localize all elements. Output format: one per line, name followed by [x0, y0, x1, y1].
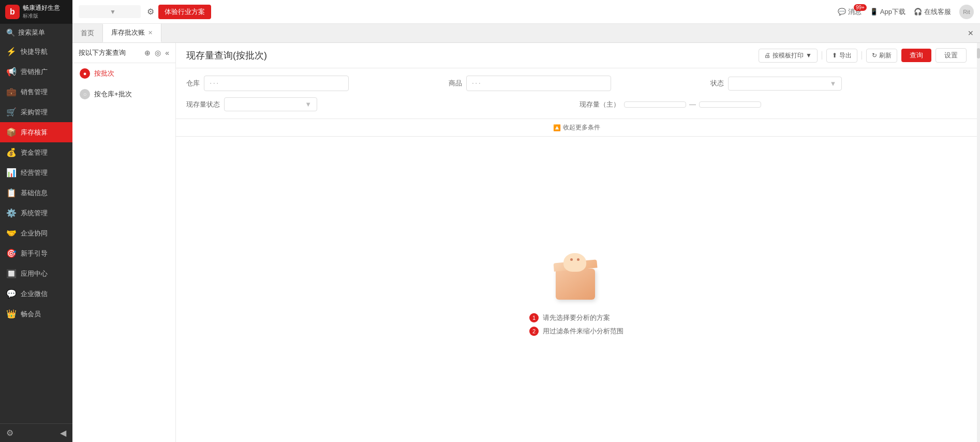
inventory-icon: 📦: [6, 127, 17, 137]
sidebar-item-sales[interactable]: 💼 销售管理: [0, 82, 72, 102]
sidebar-item-label: 资金管理: [21, 148, 48, 157]
sidebar-item-label: 快捷导航: [21, 47, 48, 56]
sidebar-item-label: 应用中心: [21, 269, 48, 278]
main-area: ▼ ⚙ 体验行业方案 💬 消息 99+ 📱 App下载 🎧 在线客服 Rit: [72, 0, 980, 442]
filter-panel-title: 按以下方案查询: [79, 48, 126, 57]
system-icon: ⚙️: [6, 208, 17, 218]
inventory-status-select[interactable]: ▼: [224, 97, 317, 111]
tab-bar: 首页 库存批次账 ✕ ✕: [72, 24, 980, 43]
action-divider: [822, 51, 822, 60]
sidebar-nav: 🔍 搜索菜单 ⚡ 快捷导航 📢 营销推广 💼 销售管理 🛒 采购管理 📦 库存核…: [0, 24, 72, 423]
status-field: 状态 ▼: [710, 77, 967, 91]
sidebar-item-system[interactable]: ⚙️ 系统管理: [0, 203, 72, 223]
new-guide-icon: 🎯: [6, 248, 17, 258]
sidebar-search[interactable]: 🔍 搜索菜单: [0, 24, 72, 41]
tab-home[interactable]: 首页: [72, 24, 103, 42]
inventory-qty-min[interactable]: [624, 101, 686, 108]
query-btn-header[interactable]: 查询: [901, 49, 931, 62]
sidebar-item-label: 基础信息: [21, 188, 48, 198]
export-label: 导出: [839, 51, 852, 60]
headset-icon: 🎧: [914, 8, 922, 16]
filter-item-batch[interactable]: ● 按批次: [72, 63, 175, 84]
scrollbar-thumb: [977, 48, 980, 58]
finance-icon: 💰: [6, 148, 17, 157]
sidebar-item-operations[interactable]: 📊 经营管理: [0, 163, 72, 183]
collapse-button[interactable]: ◀: [60, 428, 66, 438]
refresh-label: 刷新: [879, 51, 892, 60]
sidebar-item-finance[interactable]: 💰 资金管理: [0, 142, 72, 163]
tab-inventory-batch-label: 库存批次账: [111, 28, 145, 37]
goods-field: 商品 ···: [449, 76, 705, 91]
empty-hints: 1 请先选择要分析的方案 2 用过滤条件来缩小分析范围: [529, 313, 623, 336]
operations-icon: 📊: [6, 168, 17, 178]
message-icon: 💬: [838, 8, 846, 16]
add-filter-icon[interactable]: ⊕: [144, 49, 151, 57]
box-face: [563, 253, 586, 272]
filter-item-warehouse-batch[interactable]: ○ 按仓库+批次: [72, 84, 175, 105]
empty-hint-1: 1 请先选择要分析的方案: [529, 313, 623, 322]
warehouse-input[interactable]: ···: [204, 76, 349, 91]
collapse-filter-icon[interactable]: «: [165, 49, 169, 57]
sidebar-item-quick-nav[interactable]: ⚡ 快捷导航: [0, 41, 72, 62]
app-center-icon: 🔲: [6, 269, 17, 278]
sidebar-item-purchase[interactable]: 🛒 采购管理: [0, 102, 72, 122]
sidebar-footer: ⚙ ◀: [0, 423, 72, 442]
app-download-label: App下载: [880, 7, 905, 17]
warehouse-dots: ···: [210, 79, 219, 88]
sidebar-item-inventory[interactable]: 📦 库存核算: [0, 122, 72, 142]
sidebar-item-marketing[interactable]: 📢 营销推广: [0, 62, 72, 82]
qty-separator: —: [689, 100, 696, 108]
user-avatar[interactable]: Rit: [959, 5, 974, 19]
wechat-icon: 💬: [6, 289, 17, 299]
page-header: 现存量查询(按批次) 🖨 按模板打印 ▼ ⬆ 导出 ↻ 刷: [176, 43, 977, 68]
hint-text-2: 用过滤条件来缩小分析范围: [543, 327, 623, 336]
topbar-search-box[interactable]: ▼: [79, 5, 141, 18]
eye-left: [570, 258, 573, 261]
topbar-gear-icon[interactable]: ⚙: [147, 7, 154, 17]
app-download-btn[interactable]: 📱 App下载: [870, 7, 905, 17]
query-form: 仓库 ··· 商品 ··· 状态: [176, 68, 977, 119]
inventory-qty-label: 现存量（主）: [580, 100, 620, 109]
collapse-up-icon: 🔼: [553, 124, 561, 131]
settings-btn-header[interactable]: 设置: [936, 48, 967, 63]
messages-btn[interactable]: 💬 消息 99+: [838, 7, 862, 17]
sidebar-item-wechat[interactable]: 💬 企业微信: [0, 284, 72, 304]
page-actions: 🖨 按模板打印 ▼ ⬆ 导出 ↻ 刷新 查询: [759, 48, 967, 63]
empty-state: 1 请先选择要分析的方案 2 用过滤条件来缩小分析范围: [176, 137, 977, 442]
tab-bar-close-button[interactable]: ✕: [961, 25, 980, 41]
hint-num-2: 2: [529, 327, 539, 336]
sidebar-item-app-center[interactable]: 🔲 应用中心: [0, 263, 72, 284]
sidebar-item-member[interactable]: 👑 畅会员: [0, 304, 72, 324]
tab-inventory-batch[interactable]: 库存批次账 ✕: [103, 24, 161, 42]
topbar-dropdown-icon[interactable]: ▼: [110, 8, 116, 16]
experience-btn[interactable]: 体验行业方案: [158, 5, 211, 19]
sidebar-item-label: 采购管理: [21, 108, 48, 117]
settings-filter-icon[interactable]: ◎: [155, 49, 161, 57]
inventory-qty-max[interactable]: [699, 101, 761, 108]
filter-item-warehouse-batch-label: 按仓库+批次: [94, 90, 132, 99]
collapse-conditions-btn[interactable]: 🔼 收起更多条件: [176, 119, 977, 137]
warehouse-label: 仓库: [186, 79, 200, 88]
sidebar-item-new-guide[interactable]: 🎯 新手引导: [0, 243, 72, 263]
content-area: 按以下方案查询 ⊕ ◎ « ● 按批次 ○ 按仓库+批次 现存量查询(按批次): [72, 43, 980, 442]
filter-panel-icons: ⊕ ◎ «: [144, 49, 169, 57]
print-dropdown-icon[interactable]: ▼: [806, 52, 812, 59]
sidebar-item-enterprise[interactable]: 🤝 企业协同: [0, 223, 72, 243]
export-btn[interactable]: ⬆ 导出: [826, 49, 857, 63]
basic-info-icon: 📋: [6, 188, 17, 198]
settings-button[interactable]: ⚙: [6, 428, 13, 438]
right-scrollbar[interactable]: [977, 43, 980, 442]
goods-input[interactable]: ···: [466, 76, 611, 91]
search-icon: 🔍: [6, 28, 15, 37]
refresh-btn[interactable]: ↻ 刷新: [866, 49, 897, 63]
refresh-icon: ↻: [872, 52, 877, 59]
sidebar-item-basic-info[interactable]: 📋 基础信息: [0, 183, 72, 203]
tab-close-icon[interactable]: ✕: [148, 30, 153, 36]
online-support-btn[interactable]: 🎧 在线客服: [914, 7, 951, 17]
hint-text-1: 请先选择要分析的方案: [543, 313, 610, 322]
tab-home-label: 首页: [81, 28, 94, 38]
print-template-btn[interactable]: 🖨 按模板打印 ▼: [759, 49, 818, 63]
topbar-right: 💬 消息 99+ 📱 App下载 🎧 在线客服 Rit: [838, 5, 974, 19]
status-select[interactable]: ▼: [728, 77, 842, 91]
search-placeholder-text: [83, 7, 108, 16]
